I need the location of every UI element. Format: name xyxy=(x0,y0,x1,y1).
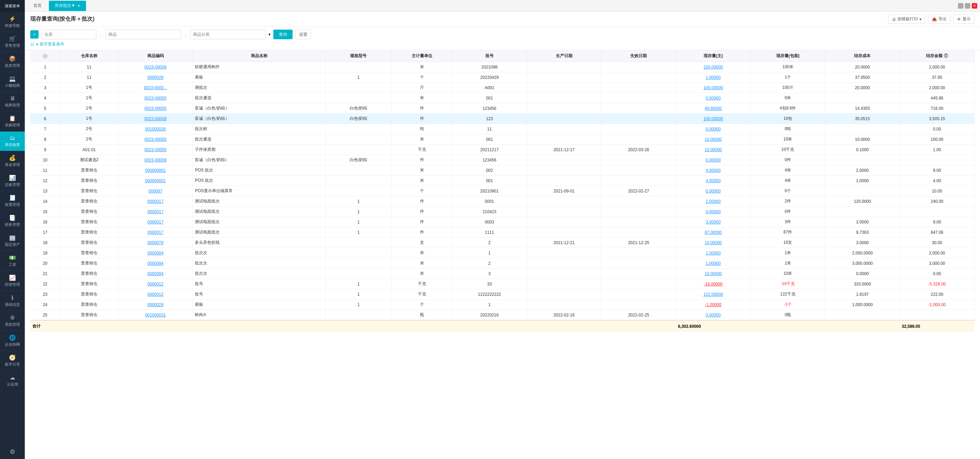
cell-code[interactable]: 0000017 xyxy=(118,207,193,217)
cell-qty-main[interactable]: -16.00000 xyxy=(676,279,751,289)
cell-code[interactable]: 0023-0000... xyxy=(118,83,193,93)
sidebar-item-jichuxinxi[interactable]: ℹ 基础信息 xyxy=(0,291,25,311)
search-button[interactable]: 查询 xyxy=(273,30,293,39)
filter-expand-button[interactable]: ＞ xyxy=(30,30,38,38)
cell-qty-main[interactable]: 0.00000 xyxy=(676,186,751,196)
cell-qty-main[interactable]: 100.00000 xyxy=(676,62,751,72)
cell-qty-main[interactable]: 10.00000 xyxy=(676,269,751,279)
tab-close-icon[interactable]: ✕ xyxy=(78,4,80,8)
tab-inventory-batch[interactable]: 库存批次▼ ✕ xyxy=(49,1,86,11)
sidebar-item-dianshang[interactable]: 🖥 电商管理 xyxy=(0,92,25,112)
settings-button[interactable]: 设置 xyxy=(295,30,311,39)
window-minimize[interactable] xyxy=(958,3,964,9)
cell-qty-main[interactable]: 100.00000 xyxy=(676,114,751,124)
sidebar-item-kuaijie[interactable]: ⚡ 快捷导航 xyxy=(0,12,25,32)
cell-qty-main[interactable]: 10.00000 xyxy=(676,134,751,145)
cell-code[interactable]: 0000017 xyxy=(118,217,193,227)
cell-qty-main[interactable]: 87.00000 xyxy=(676,227,751,237)
checkbox-expand[interactable]: ☑ xyxy=(30,42,34,47)
cell-amount: 1.00 xyxy=(900,145,975,155)
window-close[interactable]: ✕ xyxy=(972,3,977,9)
category-input[interactable] xyxy=(190,30,266,39)
cell-qty-main[interactable]: 10.00000 xyxy=(676,237,751,248)
cell-name: 批次遴选 xyxy=(193,93,325,103)
print-button[interactable]: 🖨 按模板打印 ▾ xyxy=(888,14,925,24)
cell-qty-main[interactable]: 10.00000 xyxy=(676,145,751,155)
sidebar-item-xitong[interactable]: ⚙ 系统管理 xyxy=(0,311,25,331)
sidebar-item-zhangzhang[interactable]: 📊 总账管理 xyxy=(0,171,25,191)
cell-qty-main[interactable]: 0.00000 xyxy=(676,207,751,217)
tab-home[interactable]: 首页 xyxy=(27,1,48,11)
cell-code[interactable]: 000900001 xyxy=(118,175,193,186)
category-dropdown-icon[interactable]: ▾ xyxy=(269,32,270,37)
sidebar-item-fapiao[interactable]: 🧾 发票管理 xyxy=(0,191,25,211)
cell-qty-main[interactable]: 0.00000 xyxy=(676,93,751,103)
cell-code[interactable]: 0000078 xyxy=(118,237,193,248)
cell-code[interactable]: 0000017 xyxy=(118,196,193,207)
cell-qty-main[interactable]: 0.00000 xyxy=(676,155,751,165)
sidebar-item-guding[interactable]: 🏢 固定资产 xyxy=(0,231,25,251)
cell-code[interactable]: 0023-00009 xyxy=(118,62,193,72)
footer-amount-total: 32,589.05 xyxy=(900,320,975,332)
cell-qty-main[interactable]: 0.00000 xyxy=(676,124,751,134)
cell-code[interactable]: 0023-00005 xyxy=(118,134,193,145)
cell-qty-main[interactable]: 122.00000 xyxy=(676,289,751,300)
cell-spec: 白色/奶棕 xyxy=(325,103,392,114)
cell-code[interactable]: 000900001 xyxy=(118,165,193,175)
cell-qty-main[interactable]: 49.60000 xyxy=(676,103,751,114)
row-selector-all[interactable]: ○ xyxy=(42,53,48,59)
cell-code[interactable]: 0000017 xyxy=(118,227,193,237)
window-maximize[interactable] xyxy=(965,3,970,9)
sidebar-item-gongzi[interactable]: 💵 工资 xyxy=(0,251,25,271)
table-row: 51号0023-00005富诚（白色/奶棕）白色/奶棕件12345649.600… xyxy=(30,103,975,114)
cell-qty-main[interactable]: 1.00000 xyxy=(676,72,751,83)
cell-name: 多头异色软线 xyxy=(193,237,325,248)
cell-code[interactable]: 000097 xyxy=(118,186,193,196)
cell-code[interactable]: 0000029 xyxy=(118,300,193,310)
display-button[interactable]: 👁 显示 xyxy=(953,14,975,24)
cell-code[interactable]: 0000084 xyxy=(118,258,193,269)
cell-amount: 4.00 xyxy=(900,175,975,186)
sidebar-item-yunyingyong[interactable]: ☁ 云应用 xyxy=(0,371,25,391)
sidebar-item-lingshou[interactable]: 🛒 零售管理 xyxy=(0,32,25,52)
sidebar-item-shuiwu[interactable]: 📑 税务管理 xyxy=(0,211,25,231)
cell-code[interactable]: 0000012 xyxy=(118,289,193,300)
cell-code[interactable]: 001000031 xyxy=(118,310,193,320)
sidebar-item-caigou[interactable]: 📋 采购管理 xyxy=(0,112,25,132)
sidebar-item-xinshou[interactable]: 🧭 新手引导 xyxy=(0,351,25,371)
cell-code[interactable]: 0000029 xyxy=(118,72,193,83)
cell-spec: 1 xyxy=(325,207,392,217)
expand-conditions-btn[interactable]: ▾ 展开更多条件 xyxy=(36,41,64,47)
sidebar-item-jingying[interactable]: 📈 经营管理 xyxy=(0,271,25,291)
cell-qty-main[interactable]: 1.00000 xyxy=(676,258,751,269)
cell-qty-main[interactable]: 1.00000 xyxy=(676,248,751,258)
cell-code[interactable]: 0000084 xyxy=(118,248,193,258)
sidebar-item-zijin[interactable]: 💰 资金管理 xyxy=(0,151,25,171)
cell-code[interactable]: 0023-00008 xyxy=(118,114,193,124)
cell-qty-main[interactable]: -1.00000 xyxy=(676,300,751,310)
cell-code[interactable]: 0023-00005 xyxy=(118,103,193,114)
cell-code[interactable]: 0023-00008 xyxy=(118,155,193,165)
product-input[interactable] xyxy=(105,30,181,39)
cell-qty-main[interactable]: 3.00000 xyxy=(676,217,751,227)
cell-code[interactable]: 0023-00005 xyxy=(118,93,193,103)
warehouse-input[interactable] xyxy=(41,30,96,39)
cell-qty-main[interactable]: 4.00000 xyxy=(676,175,751,186)
sidebar-logo[interactable]: 搜索菜单 xyxy=(0,0,25,12)
cell-code[interactable]: 0000012 xyxy=(118,279,193,289)
cell-code[interactable]: 0000084 xyxy=(118,269,193,279)
cell-qty-main[interactable]: 100.00000 xyxy=(676,83,751,93)
cell-exp-date xyxy=(601,217,676,227)
cell-code[interactable]: 001000026 xyxy=(118,124,193,134)
cell-qty-main[interactable]: 4.00000 xyxy=(676,165,751,175)
sidebar-item-xiaoe[interactable]: 💻 小额电商 xyxy=(0,72,25,92)
cell-spec xyxy=(325,145,392,155)
sidebar-settings[interactable]: ⚙ xyxy=(0,445,25,459)
cell-code[interactable]: 0023-00005 xyxy=(118,145,193,155)
sidebar-item-qiye[interactable]: 🌐 企业协网 xyxy=(0,331,25,351)
sidebar-item-kucun[interactable]: 🗂 库存核查 xyxy=(0,132,25,151)
export-button[interactable]: 📤 导出 xyxy=(928,14,950,24)
sidebar-item-pifa[interactable]: 📦 批发管理 xyxy=(0,52,25,72)
cell-qty-main[interactable]: 2.00000 xyxy=(676,196,751,207)
cell-qty-main[interactable]: 0.00000 xyxy=(676,310,751,320)
